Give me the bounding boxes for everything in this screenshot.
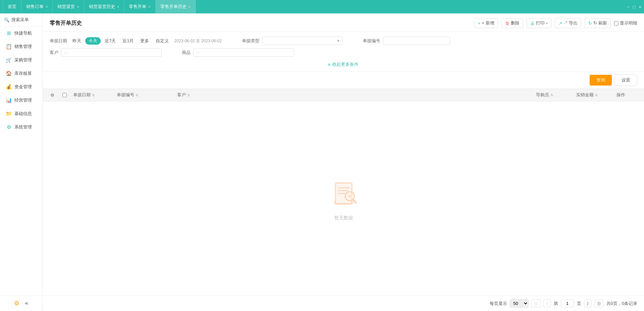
query-button[interactable]: 查询 [590,75,612,86]
tab-sales-return[interactable]: 销货退货 × [53,0,84,13]
date-options: 昨天 今天 近7天 近1月 更多 自定义 [70,37,171,45]
sidebar-item-inventory[interactable]: 🏠 库存核算 [0,67,43,80]
refresh-button[interactable]: ↻ ↻ 刷新 [585,18,611,28]
th-amount-label: 实销金额 [576,92,594,98]
page-title: 零售开单历史 [50,20,82,27]
th-checkbox[interactable] [58,93,70,97]
close-retail-open-icon[interactable]: × [148,5,150,9]
total-info: 共0页，0条记录 [606,301,637,307]
page-label-text: 第 [554,301,558,307]
delete-label: 删除 [511,20,519,26]
basic-info-icon: 📁 [6,111,12,117]
th-customer-sort-icon: ⇅ [187,93,190,97]
date-opt-yesterday[interactable]: 昨天 [70,37,84,45]
th-customer[interactable]: 客户 ⇅ [175,92,533,98]
sidebar-item-operation-label: 经营管理 [14,97,32,103]
doc-type-arrow-icon: ▾ [337,38,340,43]
tab-sales-return-history-label: 销货退货历史 [89,4,115,10]
add-button[interactable]: + + 新增 [474,18,498,28]
empty-text: 暂无数据 [334,215,353,221]
display-details-checkbox[interactable] [614,21,618,25]
page-size-select[interactable]: 50 10 20 100 [510,299,529,308]
display-details-label: 显示明细 [620,20,637,26]
th-docnum[interactable]: 单据编号 ⇅ [114,92,175,98]
page-header: 零售开单历史 + + 新增 🗑 删除 🖨 打印 ▾ ↗ ↗ 导出 [43,13,644,32]
system-icon: ⚙ [6,124,12,130]
customer-input[interactable]: ··· [61,48,162,57]
date-opt-today[interactable]: 今天 [85,37,101,45]
th-date-label: 单据日期 [73,92,91,98]
select-all-checkbox[interactable] [62,93,67,97]
date-opt-last-month[interactable]: 近1月 [120,37,136,45]
per-page-label: 每页显示 [490,301,507,307]
page-prev-button[interactable]: ⟨ [543,300,551,307]
th-date[interactable]: 单据日期 ⇅ [70,92,114,98]
export-label: ↗ 导出 [563,20,578,26]
collapse-filter-row[interactable]: ∧ 收起更多条件 [50,60,637,69]
print-button[interactable]: 🖨 打印 ▾ [527,18,551,28]
doc-type-label: 单据类型 [242,38,259,44]
date-opt-more[interactable]: 更多 [138,37,152,45]
print-icon: 🖨 [530,21,535,26]
sidebar-item-sales-mgmt[interactable]: 📋 销售管理 [0,40,43,53]
product-input[interactable]: ··· [193,48,294,57]
tab-sales-return-history[interactable]: 销货退货历史 × [84,0,124,13]
tab-home[interactable]: 首页 [3,0,21,13]
customer-placeholder: ··· [64,50,68,55]
export-button[interactable]: ↗ ↗ 导出 [555,18,582,28]
tab-retail-history-label: 零售开单历史 [160,4,187,10]
sidebar-item-quick-nav[interactable]: ⊞ 快捷导航 [0,27,43,40]
filter-row-1: 单据日期 昨天 今天 近7天 近1月 更多 自定义 2023-06-02 至 2… [50,37,637,45]
setting-button[interactable]: 设置 [614,74,637,86]
close-retail-history-icon[interactable]: × [189,5,191,9]
page-last-button[interactable]: ⟩⟩ [594,300,604,307]
sidebar-item-purchase-mgmt[interactable]: 🛒 采购管理 [0,53,43,67]
collapse-label: 收起更多条件 [332,61,358,67]
sidebar-item-finance[interactable]: 💰 资金管理 [0,80,43,94]
refresh-icon: ↻ [588,21,592,26]
sidebar-item-system[interactable]: ⚙ 系统管理 [0,120,43,134]
quick-nav-icon: ⊞ [6,30,12,36]
page-first-button[interactable]: ⟨⟨ [531,300,541,307]
tab-retail-history[interactable]: 零售开单历史 × [156,0,196,13]
page-number-input[interactable] [561,300,574,307]
close-sales-return-icon[interactable]: × [77,5,79,9]
th-customer-label: 客户 [177,92,186,98]
tab-sales-order[interactable]: 销售订单 × [21,0,53,13]
close-sales-return-history-icon[interactable]: × [117,5,119,9]
sidebar-item-basic-info[interactable]: 📁 基础信息 [0,107,43,120]
doc-num-input[interactable] [383,37,450,45]
page-next-button[interactable]: ⟩ [584,300,592,307]
gear-icon: ⚙ [50,93,54,98]
tab-retail-open-label: 零售开单 [129,4,146,10]
th-gear[interactable]: ⚙ [46,93,58,98]
action-row: 查询 设置 [43,72,644,89]
purchase-mgmt-icon: 🛒 [6,57,12,63]
date-opt-last7[interactable]: 近7天 [102,37,118,45]
doc-type-select[interactable]: ▾ [262,37,343,45]
sidebar: 🔍 搜索采单 ⊞ 快捷导航 📋 销售管理 🛒 采购管理 🏠 库存核算 💰 资金管… [0,13,43,311]
window-close-button[interactable]: × [639,4,641,9]
th-amount[interactable]: 实销金额 ⇅ [574,92,614,98]
sidebar-item-operation[interactable]: 📊 经营管理 [0,94,43,107]
window-min-button[interactable]: − [627,4,630,9]
date-filter-label: 单据日期 [50,38,67,44]
sidebar-settings-icon[interactable]: ⚙ [14,300,19,307]
doc-type-filter-group: 单据类型 ▾ [242,37,343,45]
sidebar-collapse-icon[interactable]: ◄ [23,300,29,306]
close-sales-order-icon[interactable]: × [46,5,48,9]
th-guide[interactable]: 导购员 ⇅ [533,92,574,98]
display-details-toggle[interactable]: 显示明细 [614,20,637,26]
sidebar-item-system-label: 系统管理 [14,124,32,130]
sidebar-search-label: 搜索采单 [11,17,29,23]
tab-home-label: 首页 [8,4,16,10]
sidebar-search[interactable]: 🔍 搜索采单 [0,13,43,27]
finance-icon: 💰 [6,84,12,90]
th-ops-label: 操作 [616,92,625,98]
delete-icon: 🗑 [505,21,509,26]
sidebar-bottom: ⚙ ◄ [0,295,43,311]
tab-retail-open[interactable]: 零售开单 × [124,0,155,13]
date-opt-custom[interactable]: 自定义 [153,37,171,45]
window-max-button[interactable]: □ [633,4,636,9]
delete-button[interactable]: 🗑 删除 [501,18,523,28]
